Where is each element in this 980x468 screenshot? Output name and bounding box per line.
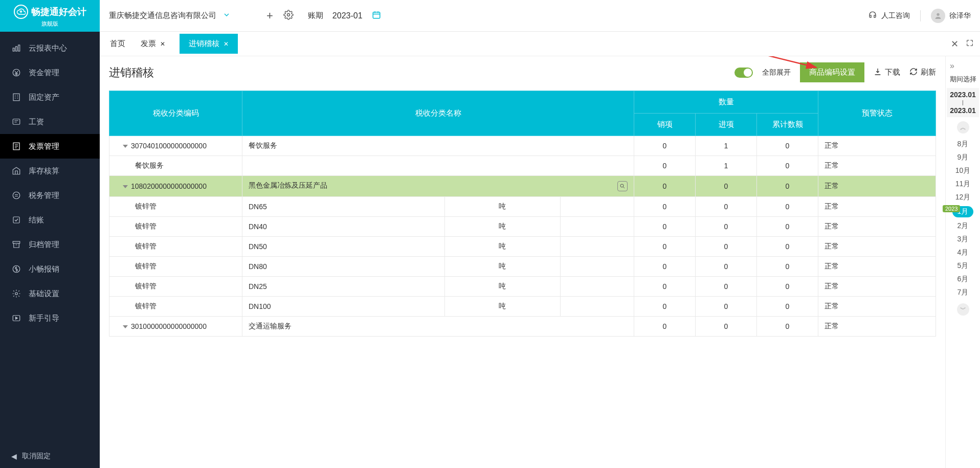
cell-sale: 0 [634,237,696,257]
timeline-title: 期间选择 [950,75,976,84]
table-row[interactable]: 1080200000000000000黑色金属冶炼及压延产品000正常 [109,176,936,197]
add-button[interactable]: + [266,9,273,23]
cell-code: 镀锌管 [109,217,242,237]
cell-cum: 0 [757,277,818,297]
close-icon[interactable]: ✕ [160,40,165,48]
month-item-8[interactable]: 4月 [946,246,980,259]
refresh-button[interactable]: 刷新 [909,68,936,77]
table-scroll-area[interactable]: 税收分类编码 税收分类名称 数量 预警状态 销项 进项 累计数额 3 [109,91,936,468]
sidebar-item-label: 新手引导 [29,314,59,323]
cell-cum: 0 [757,217,818,237]
month-item-10[interactable]: 6月 [946,273,980,286]
fullscreen-icon[interactable] [966,39,974,49]
svg-rect-1 [16,47,17,51]
th-qty-purchase: 进项 [696,114,757,136]
close-icon[interactable]: ✕ [224,40,229,48]
table-row[interactable]: 镀锌管DN65吨000正常 [109,197,936,217]
cell-purchase: 0 [696,217,757,237]
month-item-1[interactable]: 9月 [946,151,980,164]
month-item-11[interactable]: 7月 [946,286,980,299]
expand-all-toggle[interactable] [734,68,753,78]
period-range[interactable]: 2023.01 | 2023.01 [947,88,979,117]
cell-purchase: 0 [696,257,757,277]
user-menu[interactable]: 徐泽华 [931,9,971,23]
close-all-tabs-icon[interactable]: ✕ [951,38,959,50]
month-item-6[interactable]: 2月 [946,219,980,233]
cell-cum: 0 [757,237,818,257]
month-item-3[interactable]: 11月 [946,177,980,191]
unpin-label: 取消固定 [22,452,51,461]
expand-toggle-icon[interactable] [123,325,128,328]
table-row[interactable]: 镀锌管DN80吨000正常 [109,257,936,277]
cell-warn: 正常 [818,136,936,156]
sidebar-item-0[interactable]: 云报表中心 [0,36,100,60]
divider [920,10,921,21]
tab-1[interactable]: 发票✕ [140,35,166,53]
month-down-icon[interactable]: ︾ [957,303,969,316]
th-tax-code: 税收分类编码 [109,91,242,136]
month-item-4[interactable]: 12月 [946,191,980,204]
sidebar-item-4[interactable]: 发票管理 [0,134,100,159]
month-item-9[interactable]: 5月 [946,259,980,273]
sidebar-item-label: 云报表中心 [29,43,67,53]
sidebar-item-5[interactable]: 库存核算 [0,159,100,183]
expand-toggle-icon[interactable] [123,185,128,188]
table-row[interactable]: 镀锌管DN40吨000正常 [109,217,936,237]
month-label: 3月 [957,235,969,243]
sidebar-item-1[interactable]: 资金管理 [0,60,100,85]
month-label: 6月 [957,275,969,283]
month-item-2[interactable]: 10月 [946,164,980,177]
sidebar-item-3[interactable]: 工资 [0,109,100,134]
tab-label: 进销稽核 [189,39,219,49]
sidebar-item-2[interactable]: 固定资产 [0,85,100,109]
svg-rect-0 [13,48,14,51]
sidebar-item-9[interactable]: 小畅报销 [0,257,100,281]
month-up-icon[interactable]: ︽ [957,121,969,133]
cell-sale: 0 [634,197,696,217]
cell-code: 3010000000000000000 [109,317,242,337]
period-value[interactable]: 2023-01 [332,11,363,20]
month-item-0[interactable]: 8月 [946,138,980,151]
download-button[interactable]: 下载 [874,68,900,77]
sidebar-item-7[interactable]: 结账 [0,208,100,232]
cell-warn: 正常 [818,176,936,197]
sidebar-item-8[interactable]: 归档管理 [0,232,100,257]
unpin-sidebar[interactable]: ◀ 取消固定 [0,444,100,468]
month-item-5[interactable]: 20231月 [946,204,980,219]
search-icon[interactable] [617,181,628,191]
table-row[interactable]: 镀锌管DN25吨000正常 [109,277,936,297]
table-row[interactable]: 3070401000000000000餐饮服务010正常 [109,136,936,156]
collapse-timeline-icon[interactable]: » [946,61,954,71]
table-row[interactable]: 3010000000000000000交通运输服务000正常 [109,317,936,337]
product-code-settings-button[interactable]: 商品编码设置 [800,62,864,82]
consult-label: 人工咨询 [881,11,910,20]
cell-warn: 正常 [818,277,936,297]
tab-0[interactable]: 首页 [109,35,126,53]
top-bar: 重庆畅捷交通信息咨询有限公司 + 账期 2023-01 [100,0,980,32]
table-row[interactable]: 餐饮服务010正常 [109,156,936,176]
cell-warn: 正常 [818,297,936,317]
month-item-7[interactable]: 3月 [946,233,980,246]
reimburse-icon [11,264,21,274]
table-row[interactable]: 镀锌管DN100吨000正常 [109,297,936,317]
company-selector[interactable]: 重庆畅捷交通信息咨询有限公司 [109,11,257,20]
cell-warn: 正常 [818,257,936,277]
th-warn: 预警状态 [818,91,936,136]
sidebar-item-6[interactable]: 税务管理 [0,183,100,208]
sidebar-item-10[interactable]: 基础设置 [0,281,100,306]
cell-purchase: 0 [696,197,757,217]
inventory-icon [11,166,21,176]
human-consult[interactable]: 人工咨询 [868,10,910,21]
sidebar-item-11[interactable]: 新手引导 [0,306,100,330]
cell-warn: 正常 [818,197,936,217]
table-row[interactable]: 镀锌管DN50吨000正常 [109,237,936,257]
th-qty-group: 数量 [634,91,818,114]
calendar-icon[interactable] [372,10,381,21]
month-label: 5月 [957,261,969,270]
expand-toggle-icon[interactable] [123,145,128,148]
cell-cum: 0 [757,156,818,176]
tab-2[interactable]: 进销稽核✕ [180,34,238,54]
gear-icon[interactable] [283,10,294,21]
svg-rect-14 [373,12,380,18]
cell-purchase: 0 [696,297,757,317]
